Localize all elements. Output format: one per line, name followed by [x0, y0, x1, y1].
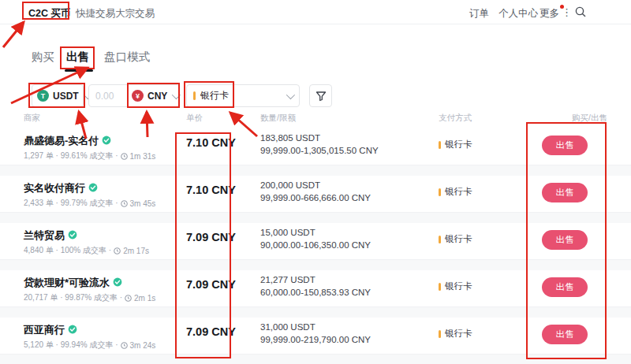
verified-merchant-badge: [68, 325, 77, 334]
usdt-coin-icon: T: [37, 90, 49, 102]
offer-amount-limit: 21,277 USDT60,000.00-150,853.93 CNY: [260, 273, 371, 299]
merchant-name-label: 西亚商行: [24, 324, 65, 336]
merchant-meta: 20,717 单 · 99.87% 成交率 ·: [24, 292, 122, 303]
clock-icon: [114, 247, 121, 254]
top-navbar: C2C 买币 快捷交易 大宗交易 订单 个人中心 更多 ⋮: [0, 0, 631, 24]
col-header-amount-limit: 数量/限额: [260, 113, 296, 124]
tab-orderbook-mode[interactable]: 盘口模式: [104, 50, 150, 65]
nav-item-more[interactable]: 更多: [540, 7, 559, 20]
merchant-name-label: 鼎盛德易-实名付: [24, 135, 99, 147]
bank-card-bar-icon: [439, 141, 441, 149]
clock-icon: [121, 342, 128, 349]
verified-merchant-badge: [102, 136, 111, 145]
merchant-stats: 4,840 单 · 100% 成交率 ·2m 17s: [24, 245, 149, 256]
offer-price: 7.10 CNY: [186, 184, 236, 196]
verified-merchant-badge: [68, 230, 77, 240]
row-separator: [0, 165, 631, 176]
active-tab-underline: [65, 69, 93, 72]
merchant-name-label: 贷款理财*可验流水: [24, 277, 110, 288]
filter-funnel-button[interactable]: [309, 84, 332, 107]
amount-input[interactable]: [95, 91, 130, 102]
offer-limit: 60,000.00-150,853.93 CNY: [260, 286, 371, 299]
col-header-merchant: 商家: [24, 113, 40, 124]
row-separator: [0, 259, 631, 270]
merchant-meta: 1,297 单 · 99.61% 成交率 ·: [24, 150, 118, 162]
col-header-trade: 购买/出售: [560, 113, 607, 124]
tab-sell[interactable]: 出售: [66, 50, 89, 65]
fiat-select-value: CNY: [147, 91, 167, 102]
table-row[interactable]: 实名收付商行 2,433 单 · 99.79% 成交率 ·3m 45s 7.10…: [0, 176, 631, 212]
payment-method-select[interactable]: 银行卡: [186, 84, 300, 107]
offer-limit: 90,000.00-106,350.00 CNY: [260, 239, 371, 251]
merchant-stats: 2,433 单 · 99.79% 成交率 ·3m 45s: [24, 198, 155, 209]
asset-select-value: USDT: [53, 91, 79, 102]
merchant-name-label: 兰特贸易: [24, 229, 65, 241]
merchant-name[interactable]: 西亚商行: [24, 323, 77, 337]
nav-item-quick-trade[interactable]: 快捷交易: [76, 7, 115, 20]
bank-card-bar-icon: [439, 283, 441, 291]
tab-buy[interactable]: 购买: [32, 50, 54, 65]
verified-merchant-badge: [88, 183, 98, 192]
amount-filter-control: ¥ CNY: [88, 84, 180, 107]
fiat-select[interactable]: ¥ CNY: [132, 90, 178, 102]
merchant-name[interactable]: 兰特贸易: [24, 228, 77, 243]
bank-card-bar-icon: [439, 236, 441, 243]
nav-item-more-label: 更多: [540, 8, 559, 19]
bank-card-bar-icon: [439, 330, 441, 338]
cny-coin-icon: ¥: [132, 90, 144, 102]
offer-amount: 15,000 USDT: [260, 226, 371, 239]
kebab-menu-icon[interactable]: ⋮: [562, 6, 573, 18]
nav-item-block-trade[interactable]: 大宗交易: [115, 7, 155, 20]
clock-icon: [121, 200, 128, 207]
bank-card-bar-icon: [439, 188, 441, 196]
table-row[interactable]: 兰特贸易 4,840 单 · 100% 成交率 ·2m 17s 7.09 CNY…: [0, 223, 631, 259]
clock-icon: [125, 295, 132, 302]
avg-release-time: 1m 31s: [130, 152, 156, 161]
nav-item-profile[interactable]: 个人中心: [498, 7, 538, 20]
offer-list: 鼎盛德易-实名付 1,297 单 · 99.61% 成交率 ·1m 31s 7.…: [0, 128, 631, 364]
nav-item-c2c-buy[interactable]: C2C 买币: [28, 7, 70, 20]
table-row[interactable]: 西亚商行 5,120 单 · 99.94% 成交率 ·3m 24s 7.09 C…: [0, 318, 631, 354]
sell-button[interactable]: 出售: [542, 136, 588, 155]
sell-button[interactable]: 出售: [542, 325, 588, 344]
merchant-meta: 5,120 单 · 99.94% 成交率 ·: [24, 340, 118, 351]
col-header-payment: 支付方式: [439, 113, 472, 124]
sell-button[interactable]: 出售: [542, 230, 588, 250]
offer-price: 7.10 CNY: [186, 136, 236, 149]
asset-select[interactable]: T USDT: [32, 84, 84, 107]
merchant-meta: 2,433 单 · 99.79% 成交率 ·: [24, 198, 118, 209]
offer-price: 7.09 CNY: [186, 278, 236, 291]
merchant-name[interactable]: 实名收付商行: [24, 181, 98, 195]
merchant-name[interactable]: 贷款理财*可验流水: [24, 276, 122, 290]
col-header-price: 单价: [186, 113, 203, 124]
row-separator: [0, 354, 631, 364]
verified-merchant-badge: [113, 277, 122, 287]
offer-amount-limit: 15,000 USDT90,000.00-106,350.00 CNY: [260, 226, 371, 251]
merchant-name-label: 实名收付商行: [24, 182, 85, 194]
bank-card-bar-icon: [193, 91, 196, 100]
avg-release-time: 2m 1s: [134, 294, 155, 303]
c2c-trading-page: C2C 买币 快捷交易 大宗交易 订单 个人中心 更多 ⋮ 购买 出售 盘口模式…: [0, 0, 631, 364]
merchant-name[interactable]: 鼎盛德易-实名付: [24, 134, 111, 148]
offer-price: 7.09 CNY: [186, 231, 236, 243]
merchant-stats: 20,717 单 · 99.87% 成交率 ·2m 1s: [24, 292, 155, 303]
offer-amount-limit: 200,000 USDT99,999.00-666,666.00 CNY: [260, 179, 371, 204]
sell-button[interactable]: 出售: [542, 183, 588, 202]
row-separator: [0, 212, 631, 223]
sell-button[interactable]: 出售: [542, 277, 588, 297]
payment-select-value: 银行卡: [200, 89, 229, 102]
payment-method-label: 银行卡: [445, 280, 472, 292]
avg-release-time: 3m 24s: [130, 341, 156, 350]
filter-funnel-icon: [316, 91, 327, 102]
payment-method: 银行卡: [439, 233, 472, 245]
search-icon[interactable]: [574, 6, 587, 21]
merchant-stats: 5,120 单 · 99.94% 成交率 ·3m 24s: [24, 340, 155, 351]
offer-amount: 31,000 USDT: [260, 321, 371, 333]
clock-icon: [121, 153, 128, 160]
row-separator: [0, 306, 631, 318]
payment-method: 银行卡: [439, 280, 472, 292]
table-row[interactable]: 鼎盛德易-实名付 1,297 单 · 99.61% 成交率 ·1m 31s 7.…: [0, 128, 631, 165]
table-row[interactable]: 贷款理财*可验流水 20,717 单 · 99.87% 成交率 ·2m 1s 7…: [0, 270, 631, 306]
nav-item-orders[interactable]: 订单: [469, 7, 489, 20]
offer-limit: 99,999.00-1,305,015.50 CNY: [260, 144, 379, 157]
